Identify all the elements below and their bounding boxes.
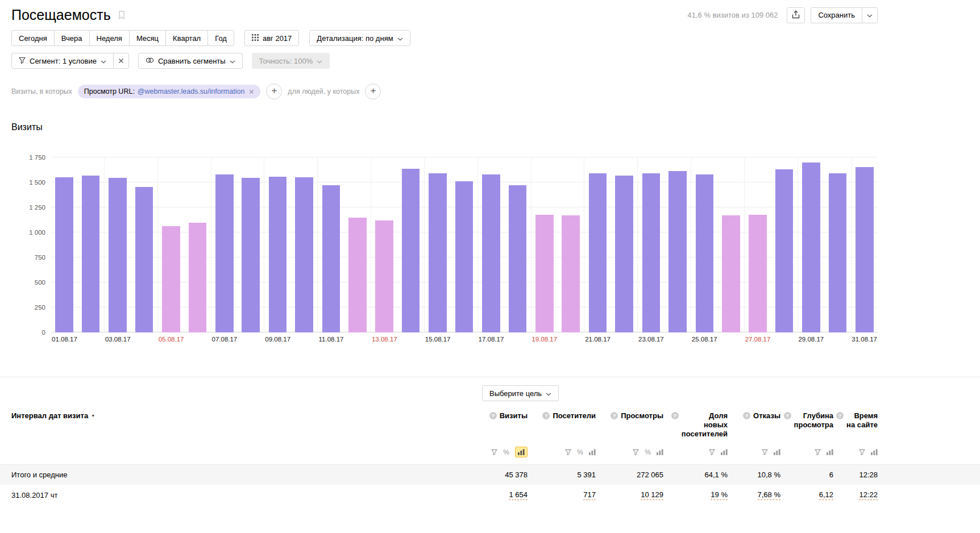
bar-12.08.17[interactable] bbox=[348, 218, 367, 332]
bar-22.08.17[interactable] bbox=[615, 176, 633, 332]
table-rows: Итого и средние45 3785 391272 06564,1 %1… bbox=[0, 464, 980, 505]
segment-button[interactable]: Сегмент: 1 условие bbox=[11, 53, 114, 69]
bar-chart-icon[interactable] bbox=[774, 449, 780, 455]
column-header-2[interactable]: ?Просмотры bbox=[596, 411, 663, 439]
row-label[interactable]: 31.08.2017 чт bbox=[0, 491, 482, 499]
bar-slot bbox=[264, 157, 290, 332]
help-icon[interactable]: ? bbox=[671, 412, 679, 419]
bar-30.08.17[interactable] bbox=[829, 173, 847, 332]
bar-09.08.17[interactable] bbox=[269, 177, 287, 332]
metric-value[interactable]: 10 129 bbox=[641, 490, 663, 500]
bar-24.08.17[interactable] bbox=[668, 171, 687, 332]
bar-28.08.17[interactable] bbox=[775, 169, 794, 332]
column-header-5[interactable]: ?Глубина просмотра bbox=[780, 411, 833, 439]
column-header-6[interactable]: ?Время на сайте bbox=[833, 411, 878, 439]
column-header-1[interactable]: ?Посетители bbox=[528, 411, 596, 439]
bar-18.08.17[interactable] bbox=[509, 185, 527, 332]
chip-close-icon[interactable] bbox=[249, 89, 254, 94]
metric-value[interactable]: 19 % bbox=[711, 490, 728, 500]
metric-value[interactable]: 7,68 % bbox=[758, 490, 780, 500]
filter-funnel-icon[interactable] bbox=[859, 449, 865, 455]
percent-icon[interactable]: % bbox=[577, 449, 583, 456]
bar-25.08.17[interactable] bbox=[696, 174, 714, 332]
percent-icon[interactable]: % bbox=[645, 449, 651, 456]
bar-08.08.17[interactable] bbox=[242, 178, 260, 332]
bar-10.08.17[interactable] bbox=[295, 177, 313, 332]
bookmark-icon[interactable] bbox=[118, 11, 125, 20]
url-filter-chip[interactable]: Просмотр URL: @webmaster.leads.su/inform… bbox=[78, 85, 261, 98]
export-button[interactable] bbox=[787, 7, 805, 23]
bar-29.08.17[interactable] bbox=[802, 163, 820, 332]
filter-funnel-icon[interactable] bbox=[762, 449, 768, 455]
x-axis-label: 09.08.17 bbox=[265, 336, 290, 343]
bar-23.08.17[interactable] bbox=[642, 173, 661, 332]
help-icon[interactable]: ? bbox=[836, 412, 844, 419]
save-button[interactable]: Сохранить bbox=[811, 7, 862, 23]
bar-chart-icon[interactable] bbox=[721, 449, 728, 455]
bar-02.08.17[interactable] bbox=[82, 176, 100, 332]
help-icon[interactable]: ? bbox=[542, 412, 550, 419]
bar-21.08.17[interactable] bbox=[589, 173, 607, 332]
column-label: Просмотры bbox=[621, 411, 663, 420]
bar-07.08.17[interactable] bbox=[215, 174, 234, 332]
bar-17.08.17[interactable] bbox=[482, 174, 500, 332]
month-picker-button[interactable]: авг 2017 bbox=[244, 30, 299, 46]
bar-14.08.17[interactable] bbox=[402, 169, 420, 332]
column-header-4[interactable]: ?Отказы bbox=[728, 411, 780, 439]
date-interval-header[interactable]: Интервал дат визита▼ bbox=[11, 411, 95, 420]
bar-03.08.17[interactable] bbox=[109, 178, 127, 332]
segment-clear-button[interactable] bbox=[113, 53, 129, 69]
period-button-0[interactable]: Сегодня bbox=[11, 30, 55, 46]
value-cell-2: 10 129 bbox=[596, 490, 663, 500]
bar-04.08.17[interactable] bbox=[135, 187, 153, 332]
filter-funnel-icon[interactable] bbox=[633, 449, 639, 455]
metric-value[interactable]: 6,12 bbox=[819, 490, 833, 500]
period-button-4[interactable]: Квартал bbox=[165, 30, 208, 46]
bar-chart-icon[interactable] bbox=[589, 449, 596, 455]
bar-31.08.17[interactable] bbox=[856, 167, 874, 332]
bar-06.08.17[interactable] bbox=[189, 223, 207, 332]
compare-segments-button[interactable]: Сравнить сегменты bbox=[138, 53, 243, 69]
bar-chart-icon[interactable] bbox=[871, 449, 878, 455]
select-goal-button[interactable]: Выберите цель bbox=[482, 385, 559, 401]
percent-icon[interactable]: % bbox=[503, 449, 509, 456]
bar-15.08.17[interactable] bbox=[429, 173, 447, 332]
period-button-1[interactable]: Вчера bbox=[54, 30, 90, 46]
help-icon[interactable]: ? bbox=[784, 412, 791, 419]
detalization-button[interactable]: Детализация: по дням bbox=[309, 30, 410, 46]
bar-27.08.17[interactable] bbox=[749, 215, 767, 332]
bar-chart-icon-active[interactable] bbox=[515, 447, 528, 457]
bar-chart-icon[interactable] bbox=[827, 449, 833, 455]
period-button-5[interactable]: Год bbox=[207, 30, 234, 46]
add-visit-condition-button[interactable]: + bbox=[266, 84, 282, 99]
bar-26.08.17[interactable] bbox=[722, 215, 740, 332]
column-header-0[interactable]: ?Визиты bbox=[482, 411, 528, 439]
bar-05.08.17[interactable] bbox=[162, 226, 180, 332]
metric-value[interactable]: 12:22 bbox=[859, 490, 878, 500]
filter-funnel-icon[interactable] bbox=[709, 449, 715, 455]
x-slot bbox=[771, 336, 798, 343]
bar-11.08.17[interactable] bbox=[322, 185, 340, 332]
help-icon[interactable]: ? bbox=[489, 412, 497, 419]
bar-13.08.17[interactable] bbox=[375, 220, 393, 332]
help-icon[interactable]: ? bbox=[743, 412, 750, 419]
filter-funnel-icon[interactable] bbox=[565, 449, 571, 455]
chip-url-link[interactable]: @webmaster.leads.su/information bbox=[138, 88, 244, 95]
metric-value[interactable]: 717 bbox=[583, 490, 596, 500]
bar-19.08.17[interactable] bbox=[535, 215, 554, 332]
help-icon[interactable]: ? bbox=[611, 412, 618, 419]
period-button-3[interactable]: Месяц bbox=[129, 30, 166, 46]
filter-funnel-icon[interactable] bbox=[491, 449, 497, 455]
column-header-3[interactable]: ?Доля новых посетителей bbox=[663, 411, 728, 439]
metric-value[interactable]: 1 654 bbox=[509, 490, 528, 500]
bar-chart-icon[interactable] bbox=[657, 449, 663, 455]
x-slot bbox=[344, 336, 371, 343]
add-people-condition-button[interactable]: + bbox=[365, 84, 381, 99]
bar-16.08.17[interactable] bbox=[455, 181, 474, 332]
filter-funnel-icon[interactable] bbox=[815, 449, 821, 455]
save-dropdown-button[interactable] bbox=[862, 7, 878, 23]
accuracy-button[interactable]: Точность: 100% bbox=[252, 53, 330, 69]
bar-01.08.17[interactable] bbox=[55, 177, 73, 332]
bar-20.08.17[interactable] bbox=[562, 215, 580, 332]
period-button-2[interactable]: Неделя bbox=[89, 30, 130, 46]
